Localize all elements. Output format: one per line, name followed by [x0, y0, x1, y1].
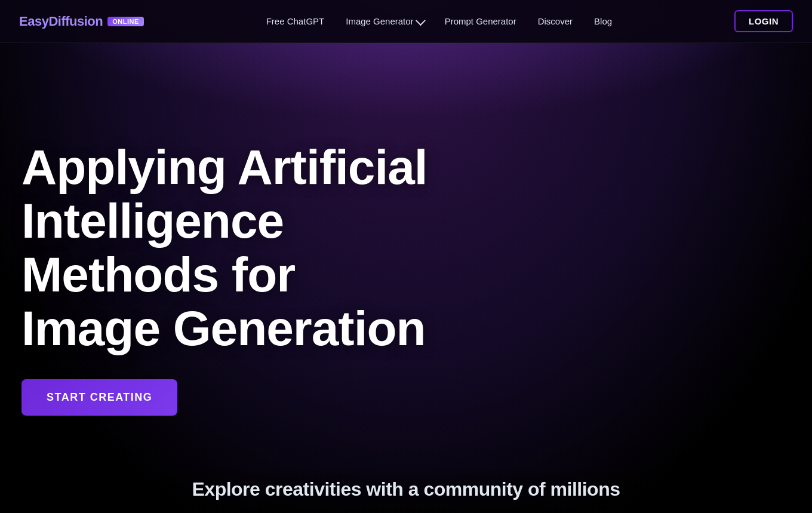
nav-item-discover[interactable]: Discover [538, 16, 573, 27]
nav-link-prompt-generator[interactable]: Prompt Generator [445, 16, 516, 26]
nav-links: Free ChatGPT Image Generator Prompt Gene… [266, 16, 612, 27]
chevron-down-icon [416, 16, 426, 26]
nav-link-blog[interactable]: Blog [594, 16, 612, 26]
nav-link-chatgpt[interactable]: Free ChatGPT [266, 16, 325, 26]
navbar: EasyDiffusion Online Free ChatGPT Image … [0, 0, 812, 43]
hero-title-line4: Image Generation [21, 301, 426, 355]
nav-item-image-generator[interactable]: Image Generator [346, 16, 423, 26]
nav-item-chatgpt[interactable]: Free ChatGPT [266, 16, 325, 27]
logo[interactable]: EasyDiffusion Online [19, 14, 144, 29]
login-button[interactable]: LOGIN [734, 10, 793, 32]
nav-link-discover[interactable]: Discover [538, 16, 573, 26]
explore-text: Explore creativities with a community of… [192, 478, 620, 500]
hero-title-line1: Applying Artificial [21, 140, 427, 194]
hero-title-line3: Methods for [21, 247, 295, 302]
nav-item-blog[interactable]: Blog [594, 16, 612, 27]
hero-section: Applying Artificial Intelligence Methods… [0, 0, 812, 513]
start-creating-button[interactable]: START CREATING [21, 379, 177, 416]
nav-item-prompt-generator[interactable]: Prompt Generator [445, 16, 516, 27]
hero-content: Applying Artificial Intelligence Methods… [21, 140, 427, 416]
online-badge: Online [107, 17, 144, 26]
logo-text: EasyDiffusion [19, 14, 103, 29]
hero-title: Applying Artificial Intelligence Methods… [21, 140, 427, 356]
explore-section: Explore creativities with a community of… [0, 465, 812, 513]
nav-link-image-generator[interactable]: Image Generator [346, 16, 423, 26]
hero-title-line2: Intelligence [21, 193, 284, 248]
